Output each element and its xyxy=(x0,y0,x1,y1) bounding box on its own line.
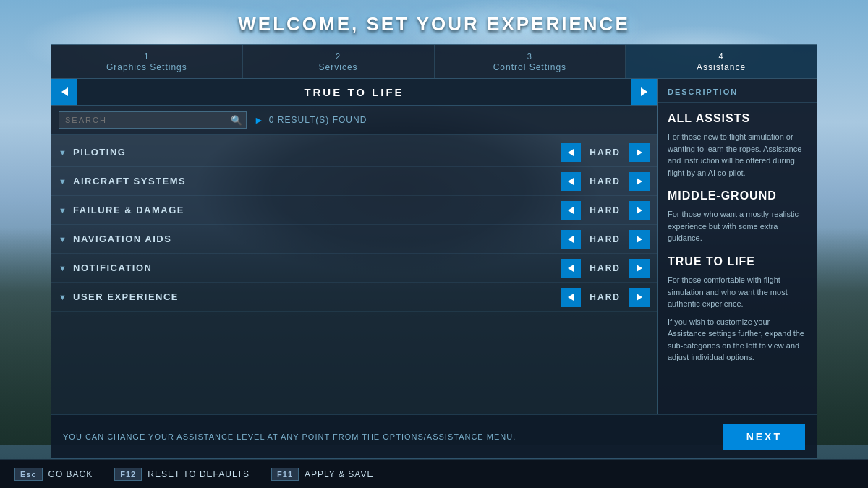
footer-key: F11 xyxy=(271,468,299,481)
category-chevron-icon: ▼ xyxy=(59,148,67,157)
step-1-label: Graphics Settings xyxy=(51,62,242,72)
search-icon: 🔍 xyxy=(231,115,242,126)
footer-item[interactable]: F12 RESET TO DEFAULTS xyxy=(114,468,250,481)
step-2-label: Services xyxy=(243,62,434,72)
search-input-wrap: 🔍 xyxy=(59,111,247,129)
search-results: ► 0 RESULT(S) FOUND xyxy=(254,114,367,126)
description-content: ALL ASSISTS For those new to flight simu… xyxy=(658,103,817,414)
category-name: FAILURE & DAMAGE xyxy=(73,205,561,215)
category-chevron-icon: ▼ xyxy=(59,206,67,215)
categories-list: ▼ PILOTING HARD ▼ AIRCRAFT SYSTEMS HARD … xyxy=(51,135,657,414)
step-4-label: Assistance xyxy=(626,62,817,72)
step-3-label: Control Settings xyxy=(435,62,626,72)
category-value-right-btn[interactable] xyxy=(629,201,650,220)
arrow-small-left-icon xyxy=(568,178,574,185)
category-value-right-btn[interactable] xyxy=(629,143,650,162)
category-chevron-icon: ▼ xyxy=(59,293,67,301)
step-4-number: 4 xyxy=(626,52,817,61)
step-3-number: 3 xyxy=(435,52,626,61)
arrow-small-right-icon xyxy=(637,207,642,214)
arrow-small-right-icon xyxy=(637,178,642,185)
preset-next-button[interactable] xyxy=(631,79,657,105)
category-value-left-btn[interactable] xyxy=(561,230,581,249)
category-row[interactable]: ▼ PILOTING HARD xyxy=(51,138,657,167)
footer-key: Esc xyxy=(14,468,43,481)
page-title: WELCOME, SET YOUR EXPERIENCE xyxy=(238,0,629,44)
preset-bar: TRUE TO LIFE xyxy=(51,79,657,106)
category-name: AIRCRAFT SYSTEMS xyxy=(73,176,561,187)
search-bar: 🔍 ► 0 RESULT(S) FOUND xyxy=(51,106,657,135)
middle-ground-text: For those who want a mostly-realistic ex… xyxy=(668,208,807,244)
footer-label: APPLY & SAVE xyxy=(305,469,373,479)
arrow-small-left-icon xyxy=(568,265,574,272)
category-value: HARD xyxy=(590,234,621,244)
search-input[interactable] xyxy=(59,111,247,129)
step-4[interactable]: 4 Assistance xyxy=(626,45,817,78)
category-value-left-btn[interactable] xyxy=(561,143,581,162)
preset-prev-button[interactable] xyxy=(51,79,77,105)
category-name: NAVIGATION AIDS xyxy=(73,234,561,244)
category-row[interactable]: ▼ AIRCRAFT SYSTEMS HARD xyxy=(51,167,657,196)
footer-item[interactable]: F11 APPLY & SAVE xyxy=(271,468,373,481)
category-name: USER EXPERIENCE xyxy=(73,291,561,302)
category-value-right-btn[interactable] xyxy=(629,172,650,191)
category-name: PILOTING xyxy=(73,147,561,158)
category-value: HARD xyxy=(590,176,621,187)
category-value-left-btn[interactable] xyxy=(561,201,581,220)
category-value-left-btn[interactable] xyxy=(561,288,581,307)
category-value: HARD xyxy=(590,263,621,273)
category-row[interactable]: ▼ USER EXPERIENCE HARD xyxy=(51,283,657,312)
step-2-number: 2 xyxy=(243,52,434,61)
category-chevron-icon: ▼ xyxy=(59,235,67,244)
category-row[interactable]: ▼ NOTIFICATION HARD xyxy=(51,254,657,283)
category-row[interactable]: ▼ FAILURE & DAMAGE HARD xyxy=(51,196,657,225)
category-chevron-icon: ▼ xyxy=(59,177,67,186)
category-value-left-btn[interactable] xyxy=(561,172,581,191)
preset-name: TRUE TO LIFE xyxy=(77,86,631,98)
category-value-left-btn[interactable] xyxy=(561,259,581,278)
footer-label: GO BACK xyxy=(48,469,93,479)
arrow-small-right-icon xyxy=(637,236,642,243)
category-name: NOTIFICATION xyxy=(73,262,561,273)
arrow-small-left-icon xyxy=(568,236,574,243)
step-1-number: 1 xyxy=(51,52,242,61)
category-value: HARD xyxy=(590,147,621,158)
arrow-small-right-icon xyxy=(637,149,642,156)
category-value-right-btn[interactable] xyxy=(629,259,650,278)
arrow-small-left-icon xyxy=(568,294,574,301)
category-value: HARD xyxy=(590,292,621,302)
arrow-small-left-icon xyxy=(568,149,574,156)
search-results-text: 0 RESULT(S) FOUND xyxy=(269,115,367,125)
true-to-life-text: For those comfortable with flight simula… xyxy=(668,274,807,310)
category-value-right-btn[interactable] xyxy=(629,288,650,307)
all-assists-text: For those new to flight simulation or wa… xyxy=(668,131,807,179)
step-2[interactable]: 2 Services xyxy=(243,45,435,78)
right-panel: DESCRIPTION ALL ASSISTS For those new to… xyxy=(658,79,817,414)
arrow-small-right-icon xyxy=(637,265,642,272)
content-area: TRUE TO LIFE 🔍 ► 0 RESULT(S) FOUND xyxy=(51,79,817,414)
description-title: DESCRIPTION xyxy=(658,79,817,103)
hint-text: YOU CAN CHANGE YOUR ASSISTANCE LEVEL AT … xyxy=(63,432,516,441)
step-3[interactable]: 3 Control Settings xyxy=(435,45,626,78)
category-value-right-btn[interactable] xyxy=(629,230,650,249)
bottom-bar: YOU CAN CHANGE YOUR ASSISTANCE LEVEL AT … xyxy=(51,414,817,458)
arrow-left-icon xyxy=(61,87,68,96)
arrow-small-right-icon xyxy=(637,294,642,301)
left-panel: TRUE TO LIFE 🔍 ► 0 RESULT(S) FOUND xyxy=(51,79,658,414)
footer-label: RESET TO DEFAULTS xyxy=(148,469,250,479)
footer: Esc GO BACK F12 RESET TO DEFAULTS F11 AP… xyxy=(0,459,868,488)
steps-bar: 1 Graphics Settings 2 Services 3 Control… xyxy=(51,45,817,79)
category-row[interactable]: ▼ NAVIGATION AIDS HARD xyxy=(51,225,657,254)
main-panel: 1 Graphics Settings 2 Services 3 Control… xyxy=(51,44,817,459)
next-button[interactable]: NEXT xyxy=(723,424,805,450)
category-value: HARD xyxy=(590,205,621,215)
middle-ground-title: MIDDLE-GROUND xyxy=(668,189,807,202)
footer-item[interactable]: Esc GO BACK xyxy=(14,468,93,481)
arrow-right-icon xyxy=(641,87,647,96)
step-1[interactable]: 1 Graphics Settings xyxy=(51,45,243,78)
all-assists-title: ALL ASSISTS xyxy=(668,111,807,125)
search-chevron-icon: ► xyxy=(254,114,265,126)
arrow-small-left-icon xyxy=(568,207,574,214)
footer-key: F12 xyxy=(114,468,142,481)
main-container: WELCOME, SET YOUR EXPERIENCE 1 Graphics … xyxy=(0,0,868,488)
